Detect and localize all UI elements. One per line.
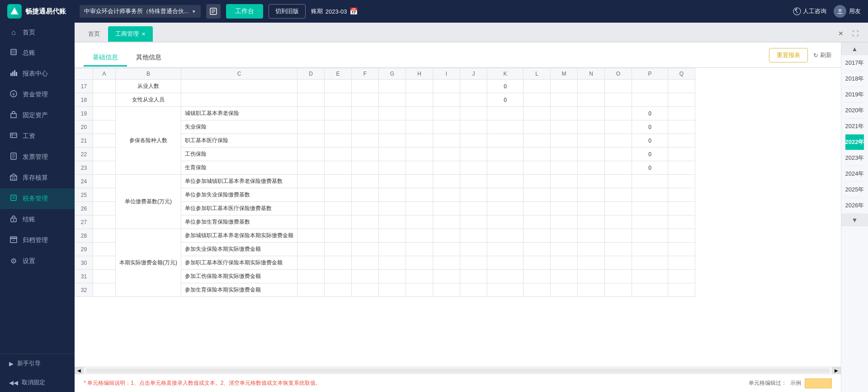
cell-E[interactable]	[325, 256, 352, 270]
cell-N[interactable]	[578, 161, 605, 175]
cell-H[interactable]	[406, 120, 433, 134]
cell-B-category[interactable]: 女性从业人员	[116, 93, 181, 107]
cell-B-category[interactable]: 从业人数	[116, 80, 181, 93]
cell-O[interactable]	[605, 80, 632, 93]
reset-report-button[interactable]: 重置报表	[769, 48, 808, 62]
cell-D[interactable]	[297, 270, 325, 283]
cell-C[interactable]: 参加职工基本医疗保险本期实际缴费金额	[181, 256, 297, 270]
cell-G[interactable]	[379, 93, 406, 107]
cell-C[interactable]: 参加失业保险本期实际缴费金额	[181, 243, 297, 256]
cell-O[interactable]	[605, 134, 632, 148]
cell-A[interactable]	[93, 120, 116, 134]
sidebar-item-assets[interactable]: 固定资产	[0, 105, 75, 126]
cell-P[interactable]	[632, 256, 668, 270]
cell-J[interactable]	[460, 107, 487, 120]
cell-F[interactable]	[352, 80, 379, 93]
cell-I[interactable]	[433, 256, 460, 270]
cell-P[interactable]: 0	[632, 107, 668, 120]
cell-G[interactable]	[379, 148, 406, 161]
cell-O[interactable]	[605, 270, 632, 283]
sidebar-item-ledger[interactable]: 总账	[0, 43, 75, 63]
cell-K[interactable]	[487, 215, 524, 229]
cell-Q[interactable]	[668, 120, 695, 134]
cell-D[interactable]	[297, 229, 325, 243]
cell-F[interactable]	[352, 134, 379, 148]
cell-H[interactable]	[406, 229, 433, 243]
cell-Q[interactable]	[668, 134, 695, 148]
cell-H[interactable]	[406, 270, 433, 283]
cell-C[interactable]: 参加城镇职工基本养老保险本期实际缴费金额	[181, 229, 297, 243]
cell-A[interactable]	[93, 215, 116, 229]
cell-G[interactable]	[379, 256, 406, 270]
cell-M[interactable]	[551, 270, 578, 283]
cell-Q[interactable]	[668, 243, 695, 256]
sidebar-item-close[interactable]: 结账	[0, 209, 75, 230]
cell-G[interactable]	[379, 229, 406, 243]
cell-N[interactable]	[578, 243, 605, 256]
cell-K[interactable]	[487, 120, 524, 134]
cell-F[interactable]	[352, 202, 379, 215]
cell-O[interactable]	[605, 120, 632, 134]
cell-K[interactable]	[487, 134, 524, 148]
cell-I[interactable]	[433, 202, 460, 215]
cell-C[interactable]: 单位参加职工基本医疗保险缴费基数	[181, 202, 297, 215]
cell-N[interactable]	[578, 283, 605, 297]
cell-D[interactable]	[297, 148, 325, 161]
cell-G[interactable]	[379, 161, 406, 175]
cell-E[interactable]	[325, 175, 352, 188]
cell-Q[interactable]	[668, 175, 695, 188]
cell-K[interactable]	[487, 161, 524, 175]
cell-D[interactable]	[297, 175, 325, 188]
cell-K[interactable]	[487, 175, 524, 188]
cell-H[interactable]	[406, 256, 433, 270]
year-item[interactable]: 2019年	[845, 87, 864, 103]
cell-P[interactable]: 0	[632, 148, 668, 161]
cell-J[interactable]	[460, 93, 487, 107]
cell-M[interactable]	[551, 107, 578, 120]
cell-H[interactable]	[406, 161, 433, 175]
cell-H[interactable]	[406, 202, 433, 215]
cell-H[interactable]	[406, 215, 433, 229]
cell-C[interactable]: 职工基本医疗保险	[181, 134, 297, 148]
year-item[interactable]: 2018年	[845, 71, 864, 87]
cell-O[interactable]	[605, 202, 632, 215]
cell-J[interactable]	[460, 215, 487, 229]
user-area[interactable]: 用友	[834, 5, 861, 18]
cell-L[interactable]	[524, 270, 551, 283]
cell-C[interactable]: 城镇职工基本养老保险	[181, 107, 297, 120]
cell-M[interactable]	[551, 243, 578, 256]
cell-E[interactable]	[325, 188, 352, 202]
cell-N[interactable]	[578, 120, 605, 134]
cell-H[interactable]	[406, 148, 433, 161]
cell-P[interactable]	[632, 188, 668, 202]
cell-Q[interactable]	[668, 256, 695, 270]
cell-P[interactable]: 0	[632, 134, 668, 148]
cell-O[interactable]	[605, 243, 632, 256]
cell-O[interactable]	[605, 283, 632, 297]
cell-D[interactable]	[297, 161, 325, 175]
year-item[interactable]: 2023年	[845, 150, 864, 166]
cell-F[interactable]	[352, 243, 379, 256]
cell-P[interactable]: 0	[632, 120, 668, 134]
cell-O[interactable]	[605, 93, 632, 107]
cell-K[interactable]	[487, 148, 524, 161]
cell-Q[interactable]	[668, 202, 695, 215]
company-icon-btn[interactable]	[206, 4, 221, 19]
cell-K[interactable]	[487, 188, 524, 202]
tab-basic-info[interactable]: 基础信息	[84, 50, 127, 67]
cell-F[interactable]	[352, 229, 379, 243]
cell-F[interactable]	[352, 215, 379, 229]
cell-P[interactable]: 0	[632, 161, 668, 175]
scroll-right-button[interactable]: ▶	[832, 367, 841, 374]
cell-G[interactable]	[379, 120, 406, 134]
cell-C[interactable]: 生育保险	[181, 161, 297, 175]
cell-P[interactable]	[632, 283, 668, 297]
cell-A[interactable]	[93, 148, 116, 161]
scroll-left-button[interactable]: ◀	[75, 367, 84, 374]
cell-M[interactable]	[551, 148, 578, 161]
cell-C[interactable]: 单位参加生育保险缴费基数	[181, 215, 297, 229]
sidebar-item-archive[interactable]: 归档管理	[0, 230, 75, 251]
cell-D[interactable]	[297, 243, 325, 256]
year-item[interactable]: 2025年	[845, 182, 864, 198]
cell-I[interactable]	[433, 270, 460, 283]
